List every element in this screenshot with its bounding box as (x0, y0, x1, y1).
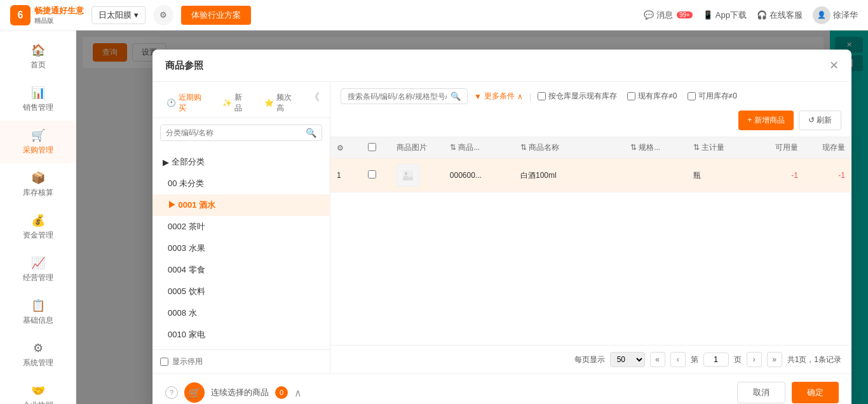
toolbar-right-buttons: + 新增商品 ↺ 刷新 (738, 111, 841, 130)
cell-code: 000600... (444, 159, 514, 192)
cell-image (390, 159, 444, 192)
category-search-icon[interactable]: 🔍 (306, 128, 316, 138)
row-checkbox[interactable] (368, 170, 376, 178)
cell-spec (624, 159, 687, 192)
checkbox-current-stock[interactable]: 现有库存≠0 (627, 91, 677, 102)
sidebar-item-purchase[interactable]: 🛒 采购管理 (0, 121, 76, 163)
category-list: ▶ 全部分类 00 未分类 ▶ 0001 酒水 0002 茶叶 (153, 147, 330, 349)
cat-item-tea[interactable]: 0002 茶叶 (153, 216, 330, 238)
th-image: 商品图片 (390, 137, 444, 159)
cell-name: 白酒100ml (514, 159, 624, 192)
next-page-button[interactable]: › (747, 352, 762, 367)
chevron-up-icon: ∧ (517, 92, 523, 101)
collab-icon: 🤝 (31, 384, 45, 398)
purchase-icon: 🛒 (31, 128, 45, 142)
add-product-button[interactable]: + 新增商品 (738, 111, 793, 130)
sidebar-item-system[interactable]: ⚙ 系统管理 (0, 333, 76, 376)
star-icon: ⭐ (264, 98, 274, 107)
th-name[interactable]: ⇅ 商品名称 (514, 137, 624, 159)
logo-icon: 6 (10, 5, 31, 25)
system-icon: ⚙ (33, 341, 43, 355)
page-number-input[interactable] (703, 353, 729, 367)
help-icon[interactable]: ? (165, 386, 178, 399)
sidebar-item-sales[interactable]: 📊 销售管理 (0, 78, 76, 121)
table-body: 1 000600... 白酒100ml (330, 159, 851, 192)
display-disabled-checkbox[interactable] (160, 358, 168, 366)
per-page-select[interactable]: 50 10 20 100 (610, 352, 645, 367)
more-filter-button[interactable]: ▼ 更多条件 ∧ (474, 91, 523, 102)
home-icon: 🏠 (31, 43, 45, 57)
sidebar-item-inventory[interactable]: 📦 库存核算 (0, 163, 76, 206)
cat-item-all[interactable]: ▶ 全部分类 (153, 151, 330, 173)
cell-unit: 瓶 (687, 159, 742, 192)
gear-button[interactable]: ⚙ (153, 5, 173, 25)
sidebar-item-collab[interactable]: 🤝 企业协同 (0, 376, 76, 404)
footer-right-buttons: 取消 确定 (737, 382, 839, 403)
current-stock-checkbox[interactable] (627, 92, 635, 100)
nav-selector[interactable]: 日太阳膜 ▾ (92, 6, 146, 24)
footer-collapse-icon[interactable]: ∧ (294, 387, 302, 399)
product-table-wrap: ⚙ 商品图片 ⇅ 商品... (330, 137, 851, 345)
table-row[interactable]: 1 000600... 白酒100ml (330, 159, 851, 192)
warehouse-stock-checkbox[interactable] (538, 92, 546, 100)
total-records-label: 共1页，1条记录 (787, 354, 841, 365)
checkbox-available-stock[interactable]: 可用库存≠0 (688, 91, 737, 102)
checkbox-warehouse-stock[interactable]: 按仓库显示现有库存 (538, 91, 617, 102)
sales-icon: 📊 (31, 86, 45, 100)
category-search-input[interactable] (166, 128, 302, 137)
last-page-button[interactable]: » (767, 352, 782, 367)
sidebar-item-home[interactable]: 🏠 首页 (0, 36, 76, 78)
app-download-button[interactable]: 📱 App下载 (703, 10, 747, 21)
filter-icon: ▼ (474, 92, 482, 101)
refresh-button[interactable]: ↺ 刷新 (799, 111, 841, 130)
user-area[interactable]: 👤 徐泽华 (813, 6, 858, 24)
cell-stock: -1 (804, 159, 851, 192)
select-all-checkbox[interactable] (368, 143, 376, 151)
sidebar-item-finance[interactable]: 💰 资金管理 (0, 206, 76, 248)
cart-icon: 🛒 (184, 382, 205, 403)
filter-separator: | (529, 91, 531, 101)
online-service-button[interactable]: 🎧 在线客服 (757, 10, 803, 21)
svg-point-1 (405, 172, 407, 175)
th-unit[interactable]: ⇅ 主计量 (687, 137, 742, 159)
left-panel-collapse-button[interactable]: 《 (307, 88, 322, 118)
th-stock: 现存量 (804, 137, 851, 159)
th-code[interactable]: ⇅ 商品... (444, 137, 514, 159)
confirm-button[interactable]: 确定 (792, 382, 839, 403)
cart-text-label: 连续选择的商品 (211, 387, 269, 398)
logo: 6 畅捷通好生意 精品版 (10, 5, 84, 25)
cat-item-snack[interactable]: 0004 零食 (153, 259, 330, 281)
cancel-button[interactable]: 取消 (737, 382, 785, 403)
cat-item-water[interactable]: 0008 水 (153, 302, 330, 324)
tab-high-frequency[interactable]: ⭐ 频次高 (258, 88, 302, 118)
product-table: ⚙ 商品图片 ⇅ 商品... (330, 137, 851, 192)
table-header: ⚙ 商品图片 ⇅ 商品... (330, 137, 851, 159)
modal-close-button[interactable]: ✕ (829, 58, 839, 72)
cell-available: -1 (742, 159, 804, 192)
th-settings: ⚙ (330, 137, 362, 159)
cat-item-liquor[interactable]: ▶ 0001 酒水 (153, 194, 330, 216)
sidebar-item-operations[interactable]: 📈 经营管理 (0, 248, 76, 291)
product-search-icon[interactable]: 🔍 (451, 91, 461, 101)
app-layout: 🏠 首页 📊 销售管理 🛒 采购管理 📦 库存核算 💰 资金管理 📈 经营管理 … (0, 30, 868, 404)
pagination-area: 每页显示 50 10 20 100 « ‹ 第 页 › » (330, 345, 851, 374)
sidebar-item-basics[interactable]: 📋 基础信息 (0, 291, 76, 333)
cat-item-beverage[interactable]: 0005 饮料 (153, 281, 330, 302)
app-header: 6 畅捷通好生意 精品版 日太阳膜 ▾ ⚙ 体验行业方案 💬 消息 99+ 📱 … (0, 0, 868, 30)
cat-item-appliances[interactable]: 0010 家电 (153, 324, 330, 346)
cell-no: 1 (330, 159, 362, 192)
table-toolbar: 🔍 ▼ 更多条件 ∧ | 按仓库显示现有库存 (330, 82, 851, 137)
cat-item-fruit[interactable]: 0003 水果 (153, 238, 330, 259)
product-search-input[interactable] (348, 92, 447, 101)
main-sidebar: 🏠 首页 📊 销售管理 🛒 采购管理 📦 库存核算 💰 资金管理 📈 经营管理 … (0, 30, 76, 404)
cat-item-unclassified[interactable]: 00 未分类 (153, 173, 330, 194)
messages-button[interactable]: 💬 消息 99+ (644, 10, 693, 21)
th-spec[interactable]: ⇅ 规格... (624, 137, 687, 159)
tab-new-product[interactable]: ✨ 新品 (216, 88, 253, 118)
available-stock-checkbox[interactable] (688, 92, 696, 100)
prev-page-button[interactable]: ‹ (670, 352, 686, 367)
trial-button[interactable]: 体验行业方案 (181, 6, 251, 25)
first-page-button[interactable]: « (650, 352, 665, 367)
tab-recent-purchase[interactable]: 🕐 近期购买 (160, 88, 211, 118)
category-search-box: 🔍 (160, 125, 322, 141)
